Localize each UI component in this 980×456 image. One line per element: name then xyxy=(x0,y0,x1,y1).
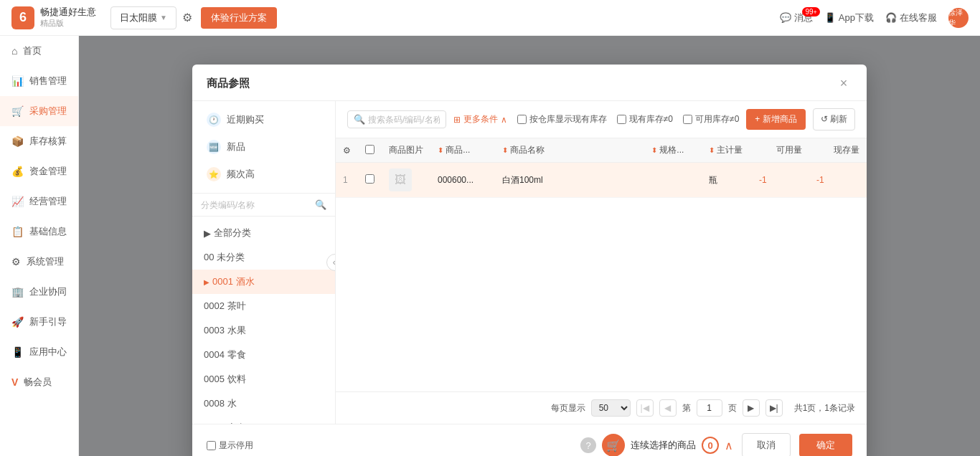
home-icon: ⌂ xyxy=(11,45,17,57)
star-icon: ⭐ xyxy=(207,167,221,181)
quick-freq-label: 频次高 xyxy=(227,168,255,181)
warehouse-filter-checkbox[interactable] xyxy=(517,115,527,124)
sidebar-label-finance: 资金管理 xyxy=(29,165,67,178)
system-icon: ⚙ xyxy=(11,256,21,267)
row-checkbox[interactable] xyxy=(365,174,374,184)
sidebar-item-finance[interactable]: 💰 资金管理 xyxy=(0,156,78,186)
avail-nonzero-text: 可用库存≠0 xyxy=(695,113,739,125)
sidebar-item-inventory[interactable]: 📦 库存核算 xyxy=(0,126,78,156)
trial-button[interactable]: 体验行业方案 xyxy=(201,7,277,29)
last-page-button[interactable]: ▶| xyxy=(765,399,783,417)
sidebar-item-basic[interactable]: 📋 基础信息 xyxy=(0,217,78,247)
refresh-button[interactable]: ↺ 刷新 xyxy=(813,108,855,130)
user-nav[interactable]: 徐泽华 xyxy=(948,8,969,28)
help-icon[interactable]: ? xyxy=(580,437,596,453)
next-page-button[interactable]: ▶ xyxy=(743,399,760,417)
collapse-cart-icon[interactable]: ∧ xyxy=(725,439,733,452)
top-nav: 6 畅捷通好生意 精品版 日太阳膜 ▼ ⚙ 体验行业方案 💬 消息 99+ 📱 … xyxy=(0,0,980,36)
category-0001-label: 0001 酒水 xyxy=(212,275,255,288)
col-name-header[interactable]: ⬍ 商品名称 xyxy=(495,138,644,163)
show-disabled-label[interactable]: 显示停用 xyxy=(207,440,253,452)
per-page-select[interactable]: 50 20 100 xyxy=(591,399,631,417)
sort-unit-icon: ⬍ xyxy=(709,146,715,154)
category-0010[interactable]: 0010 家电 xyxy=(192,416,335,424)
sidebar-item-vip[interactable]: V 畅会员 xyxy=(0,367,78,397)
nav-selector[interactable]: 日太阳膜 ▼ xyxy=(110,6,176,29)
category-0003[interactable]: 0003 水果 xyxy=(192,318,335,343)
select-all-checkbox[interactable] xyxy=(365,145,374,154)
add-product-button[interactable]: + 新增商品 xyxy=(746,109,805,130)
sidebar-item-purchase[interactable]: 🛒 采购管理 xyxy=(0,96,78,126)
sidebar-item-ops[interactable]: 📈 经营管理 xyxy=(0,186,78,217)
cancel-button[interactable]: 取消 xyxy=(742,433,791,456)
page-suffix: 页 xyxy=(728,402,737,414)
category-0001[interactable]: ▶ 0001 酒水 xyxy=(192,270,335,294)
app-download-nav[interactable]: 📱 App下载 xyxy=(824,11,874,24)
cart-icon[interactable]: 🛒 xyxy=(602,434,625,456)
category-00[interactable]: 00 未分类 xyxy=(192,245,335,270)
ops-icon: 📈 xyxy=(11,196,24,207)
sidebar-item-apps[interactable]: 📱 应用中心 xyxy=(0,337,78,367)
col-unit-header[interactable]: ⬍ 主计量 xyxy=(702,138,752,163)
sidebar-label-apps: 应用中心 xyxy=(29,346,67,358)
sidebar-label-ops: 经营管理 xyxy=(29,195,67,208)
col-code-header[interactable]: ⬍ 商品... xyxy=(430,138,495,163)
category-search-area: 🔍 xyxy=(192,194,335,217)
category-0005-label: 0005 饮料 xyxy=(204,373,246,386)
sidebar-item-enterprise[interactable]: 🏢 企业协同 xyxy=(0,277,78,307)
left-sidebar: ⌂ 首页 📊 销售管理 🛒 采购管理 📦 库存核算 💰 资金管理 📈 经营管理 … xyxy=(0,36,79,456)
prev-page-button[interactable]: ◀ xyxy=(659,399,677,417)
category-search-input[interactable] xyxy=(201,200,311,210)
category-0008[interactable]: 0008 水 xyxy=(192,391,335,416)
row-checkbox-cell[interactable] xyxy=(358,163,382,198)
confirm-button[interactable]: 确定 xyxy=(799,434,852,456)
avatar: 徐泽华 xyxy=(948,8,969,28)
sidebar-item-sales[interactable]: 📊 销售管理 xyxy=(0,66,78,96)
category-search-icon[interactable]: 🔍 xyxy=(315,199,326,210)
category-all[interactable]: ▶ 全部分类 xyxy=(192,221,335,245)
category-0005[interactable]: 0005 饮料 xyxy=(192,367,335,391)
settings-icon[interactable]: ⚙ xyxy=(182,11,192,24)
logo-area: 6 畅捷通好生意 精品版 xyxy=(11,6,96,29)
avail-nonzero-checkbox[interactable] xyxy=(683,115,692,124)
category-0002[interactable]: 0002 茶叶 xyxy=(192,294,335,318)
row-img-cell: 🖼 xyxy=(382,163,430,198)
quick-new[interactable]: 🆕 新品 xyxy=(201,136,326,158)
sidebar-label-purchase: 采购管理 xyxy=(29,105,67,118)
category-0004[interactable]: 0004 零食 xyxy=(192,343,335,367)
expand-all-icon: ▶ xyxy=(204,228,211,239)
show-disabled-text: 显示停用 xyxy=(219,440,253,452)
col-spec-header[interactable]: ⬍ 规格... xyxy=(644,138,702,163)
quick-recent[interactable]: 🕐 近期购买 xyxy=(201,108,326,131)
nav-selector-arrow: ▼ xyxy=(160,14,167,22)
more-filters-button[interactable]: ⊞ 更多条件 ∧ xyxy=(453,113,507,125)
logo-icon: 6 xyxy=(11,6,34,29)
row-code: 000600... xyxy=(430,163,495,198)
avail-nonzero-label[interactable]: 可用库存≠0 xyxy=(683,113,739,125)
close-button[interactable]: × xyxy=(835,75,852,92)
inventory-icon: 📦 xyxy=(11,136,24,147)
product-search-input[interactable] xyxy=(368,115,440,125)
messages-nav[interactable]: 💬 消息 99+ xyxy=(780,11,813,24)
sidebar-label-vip: 畅会员 xyxy=(24,376,52,389)
show-disabled-checkbox[interactable] xyxy=(207,441,216,450)
apps-icon: 📱 xyxy=(11,346,24,358)
cart-text: 连续选择的商品 xyxy=(631,439,696,452)
stock-nonzero-label[interactable]: 现有库存≠0 xyxy=(617,113,673,125)
online-service-nav[interactable]: 🎧 在线客服 xyxy=(885,11,937,24)
page-number-input[interactable] xyxy=(697,399,722,417)
enterprise-icon: 🏢 xyxy=(11,286,24,298)
sidebar-item-guide[interactable]: 🚀 新手引导 xyxy=(0,307,78,337)
modal-right-panel: 🔍 ⊞ 更多条件 ∧ 按仓库显示现有库存 xyxy=(336,101,867,424)
sidebar-item-system[interactable]: ⚙ 系统管理 xyxy=(0,247,78,277)
col-settings[interactable]: ⚙ xyxy=(336,138,358,163)
table-row[interactable]: 1 🖼 000600... 白酒100ml xyxy=(336,163,867,198)
quick-frequent[interactable]: ⭐ 频次高 xyxy=(201,163,326,186)
sidebar-item-home[interactable]: ⌂ 首页 xyxy=(0,36,78,66)
sidebar-label-home: 首页 xyxy=(23,44,42,57)
filter-label: 更多条件 xyxy=(463,113,498,125)
stock-nonzero-checkbox[interactable] xyxy=(617,115,626,124)
row-num: 1 xyxy=(336,163,358,198)
warehouse-filter-label[interactable]: 按仓库显示现有库存 xyxy=(517,113,607,125)
first-page-button[interactable]: |◀ xyxy=(636,399,654,417)
